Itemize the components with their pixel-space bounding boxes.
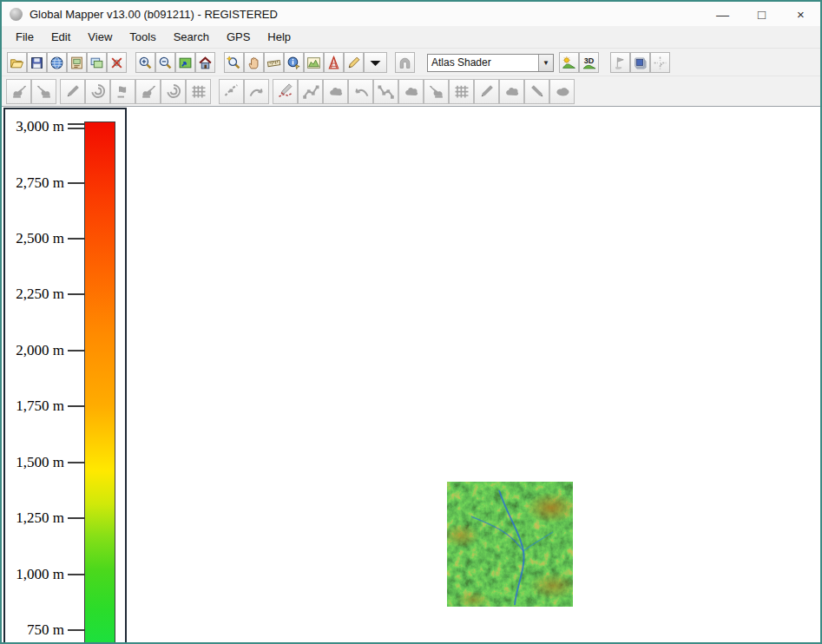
zoom-tool-button[interactable] xyxy=(224,52,244,73)
view-shed-tool-button[interactable] xyxy=(324,52,344,73)
elevation-raster-thumbnail[interactable] xyxy=(447,482,573,607)
digitizer-tool-button[interactable] xyxy=(344,52,364,73)
digitizer-pencil-grid-button[interactable] xyxy=(474,79,499,104)
legend-tick-mark xyxy=(68,462,84,463)
snap-settings-button[interactable] xyxy=(650,52,670,73)
shader-combobox-arrow-icon[interactable]: ▼ xyxy=(538,55,553,71)
pan-tool-button[interactable] xyxy=(244,52,264,73)
legend-tick-mark xyxy=(68,517,84,519)
digitizer-select-button[interactable] xyxy=(6,79,31,104)
path-profile-tool-button[interactable] xyxy=(304,52,324,73)
menu-gps[interactable]: GPS xyxy=(218,28,259,46)
coverages-tool-button[interactable] xyxy=(395,52,415,73)
tool-menu-dropdown-button[interactable] xyxy=(364,52,387,73)
menu-help[interactable]: Help xyxy=(259,28,299,46)
legend-tick-mark xyxy=(68,182,84,184)
window-controls: — □ × xyxy=(703,2,820,26)
legend-tick-label: 750 m xyxy=(7,621,64,640)
menu-edit[interactable]: Edit xyxy=(43,28,79,46)
gps-flag-button[interactable] xyxy=(610,52,630,73)
legend-tick-label: 2,250 m xyxy=(7,285,64,304)
menu-file[interactable]: File xyxy=(7,28,43,46)
digitizer-combine-button[interactable] xyxy=(449,79,474,104)
open-file-button[interactable] xyxy=(7,52,27,73)
legend-tick-label: 1,750 m xyxy=(7,397,64,416)
titlebar: Global Mapper v13.00 (b091211) - REGISTE… xyxy=(2,2,820,26)
digitizer-rings-button[interactable] xyxy=(161,79,186,104)
main-toolbar: Atlas Shader ▼ 3D xyxy=(2,49,820,76)
digitizer-edit-button[interactable] xyxy=(31,79,56,104)
digitizer-node-button[interactable] xyxy=(373,79,398,104)
zoom-out-button[interactable] xyxy=(155,52,175,73)
home-view-button[interactable] xyxy=(195,52,215,73)
digitizer-toolbar xyxy=(2,76,820,106)
menu-search[interactable]: Search xyxy=(165,28,218,46)
3d-window-button[interactable] xyxy=(630,52,650,73)
maximize-button[interactable]: □ xyxy=(742,2,781,26)
legend-tick-mark xyxy=(68,123,84,129)
overlay-control-center-button[interactable] xyxy=(67,52,87,73)
save-button[interactable] xyxy=(27,52,47,73)
digitizer-eraser-button[interactable] xyxy=(549,79,575,104)
digitizer-grid-button[interactable] xyxy=(186,79,211,104)
legend-tick-label: 3,000 m xyxy=(7,117,64,136)
legend-tick-label: 2,500 m xyxy=(7,229,64,248)
download-online-imagery-button[interactable] xyxy=(47,52,67,73)
legend-tick-label: 1,250 m xyxy=(7,509,64,528)
legend-tick-label: 2,000 m xyxy=(7,341,64,360)
menu-tools[interactable]: Tools xyxy=(121,28,164,46)
legend-tick-mark xyxy=(68,238,84,240)
shader-options-button[interactable] xyxy=(559,52,579,73)
digitizer-area-button[interactable] xyxy=(398,79,424,104)
unload-all-button[interactable] xyxy=(107,52,127,73)
digitizer-rotate-button[interactable] xyxy=(85,79,110,104)
3d-view-button[interactable]: 3D xyxy=(579,52,599,73)
digitizer-flag-button[interactable] xyxy=(110,79,135,104)
digitizer-draw-button[interactable] xyxy=(273,79,298,104)
window-title: Global Mapper v13.00 (b091211) - REGISTE… xyxy=(30,8,278,21)
map-view[interactable]: 3,000 m 2,750 m 2,500 m 2,250 m 2,000 m … xyxy=(2,107,820,642)
digitizer-shape-button[interactable] xyxy=(499,79,524,104)
measure-tool-button[interactable] xyxy=(264,52,284,73)
zoom-full-extent-button[interactable] xyxy=(175,52,195,73)
digitizer-dashed-line-button[interactable] xyxy=(219,79,244,104)
digitizer-vertex-button[interactable] xyxy=(244,79,269,104)
legend-tick-mark xyxy=(68,405,84,407)
legend-tick-label: 1,500 m xyxy=(7,453,64,472)
feature-info-tool-button[interactable] xyxy=(284,52,304,73)
legend-tick-mark xyxy=(68,293,84,295)
close-button[interactable]: × xyxy=(781,2,820,26)
minimize-button[interactable]: — xyxy=(703,2,742,26)
legend-tick-label: 2,750 m xyxy=(7,174,64,193)
legend-tick-mark xyxy=(68,629,84,631)
digitizer-cloud-button[interactable] xyxy=(323,79,348,104)
configuration-button[interactable] xyxy=(87,52,107,73)
global-mapper-window: Global Mapper v13.00 (b091211) - REGISTE… xyxy=(0,0,822,644)
elevation-legend: 3,000 m 2,750 m 2,500 m 2,250 m 2,000 m … xyxy=(3,108,127,644)
menu-view[interactable]: View xyxy=(79,28,121,46)
menubar: File Edit View Tools Search GPS Help xyxy=(2,26,820,49)
shader-combobox[interactable]: Atlas Shader ▼ xyxy=(427,54,554,72)
shader-combobox-value: Atlas Shader xyxy=(428,56,538,69)
digitizer-curve-button[interactable] xyxy=(348,79,373,104)
digitizer-move-button[interactable] xyxy=(60,79,85,104)
digitizer-polyline-button[interactable] xyxy=(298,79,323,104)
zoom-in-button[interactable] xyxy=(135,52,155,73)
digitizer-stamp-button[interactable] xyxy=(135,79,161,104)
legend-tick-label: 1,000 m xyxy=(7,565,64,584)
digitizer-paint-button[interactable] xyxy=(524,79,549,104)
app-globe-icon xyxy=(10,8,23,21)
legend-tick-mark xyxy=(68,574,84,575)
svg-text:3D: 3D xyxy=(584,56,595,65)
legend-tick-mark xyxy=(68,350,84,352)
digitizer-hammer-button[interactable] xyxy=(424,79,449,104)
